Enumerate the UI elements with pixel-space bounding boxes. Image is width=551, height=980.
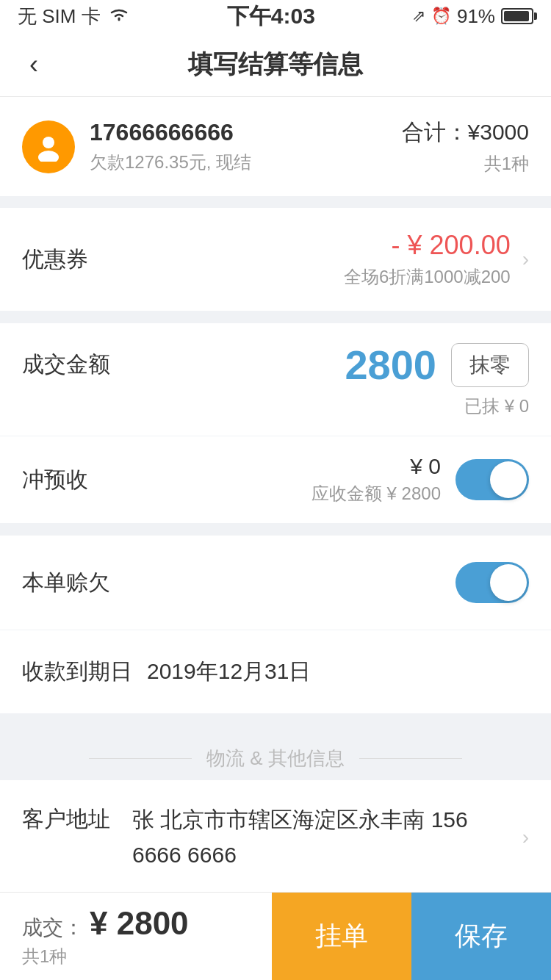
due-section: 收款到期日 2019年12月31日 (0, 630, 551, 714)
battery-icon (501, 8, 533, 24)
customer-right: 合计：¥3000 共1种 (402, 118, 529, 176)
prepay-toggle[interactable] (455, 459, 529, 500)
bottom-info: 成交： ¥ 2800 共1种 (0, 905, 272, 968)
section-divider-3 (0, 714, 551, 736)
section-divider-2 (0, 524, 551, 536)
save-button[interactable]: 保存 (411, 893, 551, 981)
svg-point-1 (38, 151, 59, 162)
deal-label: 成交金额 (22, 350, 110, 380)
deal-amount-section: 成交金额 2800 抹零 已抹 ¥ 0 (0, 323, 551, 436)
deal-row: 成交金额 2800 抹零 (22, 341, 529, 389)
deal-right: 2800 抹零 (345, 341, 529, 389)
battery-percent: 91% (457, 5, 495, 28)
coupon-value: - ¥ 200.00 全场6折满1000减200 (344, 230, 511, 289)
bottom-deal-amount: ¥ 2800 (90, 905, 189, 942)
total-count: 共1种 (402, 152, 529, 176)
deal-number: 2800 (345, 341, 436, 389)
prepay-amount: ¥ 0 (311, 454, 441, 479)
prepay-section: 冲预收 ¥ 0 应收金额 ¥ 2800 (0, 436, 551, 524)
coupon-amount: - ¥ 200.00 (392, 230, 511, 261)
wifi-icon (108, 5, 130, 28)
coupon-label: 优惠券 (22, 245, 88, 275)
prepay-amount-col: ¥ 0 应收金额 ¥ 2800 (311, 454, 441, 505)
debit-section: 本单赊欠 (0, 536, 551, 630)
hold-button[interactable]: 挂单 (272, 893, 411, 981)
prepay-right: ¥ 0 应收金额 ¥ 2800 (311, 454, 529, 505)
customer-phone: 17666666666 (90, 119, 251, 146)
prepay-sub: 应收金额 ¥ 2800 (311, 482, 441, 505)
status-time: 下午4:03 (227, 1, 315, 32)
prepay-row: 冲预收 ¥ 0 应收金额 ¥ 2800 (22, 454, 529, 505)
customer-sub: 欠款1276.35元, 现结 (90, 151, 251, 174)
content: 17666666666 欠款1276.35元, 现结 合计：¥3000 共1种 … (0, 97, 551, 980)
deal-sub: 已抹 ¥ 0 (22, 394, 529, 418)
logistics-divider: 物流 & 其他信息 (0, 736, 551, 780)
avatar (22, 120, 75, 173)
debit-label: 本单赊欠 (22, 568, 110, 598)
status-left: 无 SIM 卡 (18, 4, 130, 29)
customer-info: 17666666666 欠款1276.35元, 现结 (90, 119, 251, 174)
alarm-icon: ⏰ (431, 7, 451, 26)
prepay-label: 冲预收 (22, 465, 88, 495)
section-divider-1 (0, 311, 551, 323)
total-amount: 合计：¥3000 (402, 118, 529, 148)
location-icon: ⇗ (412, 7, 425, 26)
debit-toggle-knob (490, 564, 527, 601)
nav-bar: ‹ 填写结算等信息 (0, 32, 551, 97)
status-right: ⇗ ⏰ 91% (412, 5, 533, 28)
bottom-count: 共1种 (22, 945, 250, 968)
customer-left: 17666666666 欠款1276.35元, 现结 (22, 119, 251, 174)
bottom-deal-row: 成交： ¥ 2800 (22, 905, 250, 942)
address-section[interactable]: 客户地址 张 北京市市辖区海淀区永丰南 156 6666 6666 › (0, 780, 551, 896)
customer-row: 17666666666 欠款1276.35元, 现结 合计：¥3000 共1种 (22, 118, 529, 176)
coupon-row[interactable]: 优惠券 - ¥ 200.00 全场6折满1000减200 › (0, 208, 551, 311)
carrier-text: 无 SIM 卡 (18, 4, 101, 29)
bottom-deal-label: 成交： (22, 914, 84, 942)
customer-info-card: 17666666666 欠款1276.35元, 现结 合计：¥3000 共1种 (0, 97, 551, 196)
logistics-label: 物流 & 其他信息 (89, 746, 462, 771)
address-value: 张 北京市市辖区海淀区永丰南 156 6666 6666 (132, 802, 511, 873)
address-label: 客户地址 (22, 802, 110, 835)
status-bar: 无 SIM 卡 下午4:03 ⇗ ⏰ 91% (0, 0, 551, 32)
debit-toggle[interactable] (455, 562, 529, 603)
due-date: 2019年12月31日 (147, 657, 311, 687)
page-title: 填写结算等信息 (188, 48, 363, 82)
coupon-desc: 全场6折满1000减200 (344, 265, 511, 289)
back-button[interactable]: ‹ (22, 42, 46, 87)
svg-point-0 (43, 137, 54, 148)
bottom-bar: 成交： ¥ 2800 共1种 挂单 保存 (0, 892, 551, 980)
due-label: 收款到期日 (22, 657, 132, 687)
round-button[interactable]: 抹零 (451, 343, 529, 387)
coupon-arrow-icon: › (522, 248, 529, 271)
address-arrow-icon: › (522, 826, 529, 849)
prepay-toggle-knob (490, 461, 527, 498)
